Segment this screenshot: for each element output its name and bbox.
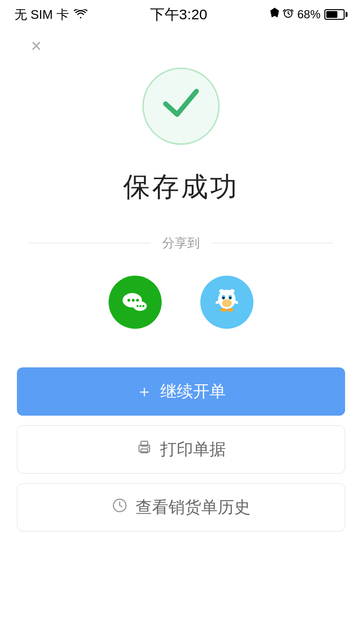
svg-line-29 [120,505,122,507]
check-icon [162,86,200,126]
battery-icon [324,9,348,20]
svg-point-4 [127,299,130,302]
svg-point-15 [229,297,232,299]
action-buttons: ＋ 继续开单 打印单据 查看销货单历史 [17,367,345,532]
wechat-share-button[interactable] [109,276,162,329]
print-button[interactable]: 打印单据 [17,425,345,474]
wechat-icon [120,287,151,318]
main-content: 保存成功 分享到 [0,29,362,532]
battery-percentage: 68% [297,8,320,21]
svg-point-26 [148,447,149,448]
svg-point-22 [230,289,235,293]
svg-point-16 [222,299,232,307]
status-time: 下午3:20 [150,5,207,25]
svg-point-6 [136,299,139,302]
close-icon: × [31,37,42,55]
svg-point-5 [132,299,135,302]
print-label: 打印单据 [160,438,226,461]
success-circle [142,68,220,145]
svg-point-9 [139,305,141,307]
qq-icon [213,287,241,318]
status-bar: 无 SIM 卡 下午3:20 68% [0,0,362,29]
svg-point-21 [219,289,224,293]
share-divider: 分享到 [0,235,362,252]
svg-point-14 [223,297,225,299]
continue-label: 继续开单 [160,380,226,403]
history-button[interactable]: 查看销货单历史 [17,483,345,532]
svg-point-17 [220,308,227,312]
location-icon [270,8,279,21]
svg-point-8 [137,305,139,307]
history-icon [111,497,128,518]
carrier-text: 无 SIM 卡 [14,6,69,23]
close-button[interactable]: × [24,34,48,58]
divider-right [211,243,333,243]
share-buttons [109,276,253,329]
svg-point-10 [142,305,144,307]
divider-left [29,243,151,243]
svg-point-18 [227,308,234,312]
svg-line-2 [288,14,290,14]
success-title: 保存成功 [123,169,239,206]
share-label: 分享到 [151,235,211,252]
continue-icon: ＋ [136,380,153,403]
print-icon [136,439,153,460]
qq-share-button[interactable] [200,276,253,329]
alarm-icon [283,8,293,21]
status-right: 68% [270,8,348,21]
continue-button[interactable]: ＋ 继续开单 [17,367,345,416]
history-label: 查看销货单历史 [136,496,251,518]
status-left: 无 SIM 卡 [14,6,87,23]
wifi-icon [74,7,87,22]
